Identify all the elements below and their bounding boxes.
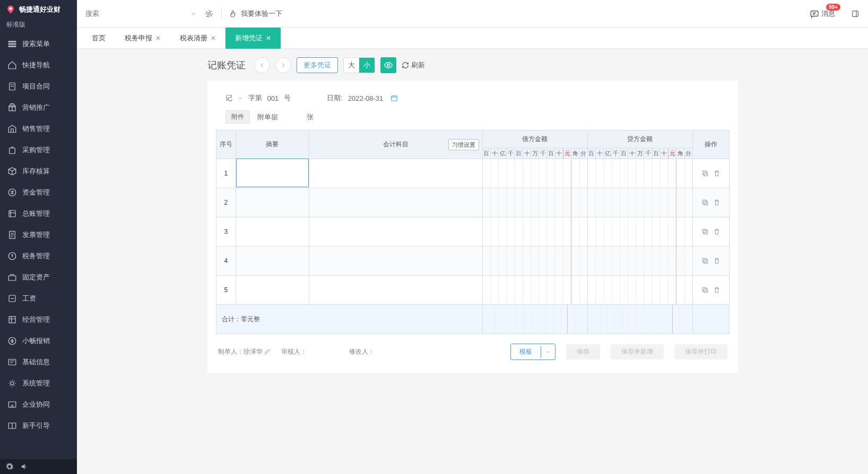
- sidebar-item-10[interactable]: 税务管理: [0, 245, 77, 267]
- copy-icon[interactable]: [701, 170, 709, 177]
- size-big-button[interactable]: 大: [344, 58, 359, 73]
- svg-rect-13: [9, 317, 15, 323]
- sidebar-item-13[interactable]: 经营管理: [0, 309, 77, 330]
- sidebar-item-2[interactable]: 项目合同: [0, 76, 77, 97]
- svg-rect-23: [392, 96, 397, 101]
- col-seq: 序号: [216, 130, 236, 159]
- close-icon[interactable]: ✕: [155, 34, 161, 42]
- col-account: 会计科目 习惯设置: [309, 130, 482, 159]
- sidebar-item-17[interactable]: 企业协同: [0, 394, 77, 415]
- sidebar-item-14[interactable]: 小畅报销: [0, 330, 77, 352]
- doc-icon: [7, 82, 17, 91]
- close-icon[interactable]: ✕: [266, 34, 271, 42]
- svg-rect-20: [811, 11, 818, 16]
- edit-icon[interactable]: [264, 348, 271, 355]
- chevron-down-icon[interactable]: [238, 95, 243, 101]
- svg-rect-33: [702, 287, 706, 291]
- next-button[interactable]: [275, 57, 291, 73]
- save-button[interactable]: 保存: [566, 344, 600, 359]
- bag-icon: [7, 145, 17, 155]
- tab-3[interactable]: 新增凭证✕: [225, 28, 281, 49]
- chevron-down-icon[interactable]: [190, 11, 197, 17]
- attachment-button[interactable]: 附件: [225, 110, 250, 124]
- sidebar-item-6[interactable]: 库存核算: [0, 161, 77, 182]
- voucher-type[interactable]: 记: [225, 93, 232, 103]
- voucher-table: 序号 摘要 会计科目 习惯设置 借方金额 贷方金额 操作 百十亿千百十万千百十元…: [216, 130, 730, 334]
- size-small-button[interactable]: 小: [359, 58, 375, 73]
- habit-settings-button[interactable]: 习惯设置: [448, 139, 479, 150]
- gear-icon[interactable]: [5, 462, 14, 471]
- save-new-button[interactable]: 保存并新增: [611, 344, 664, 359]
- svg-rect-30: [704, 260, 707, 264]
- copy-icon[interactable]: [701, 199, 709, 206]
- nav-list: 搜索菜单快捷导航项目合同营销推广销售管理采购管理库存核算资金管理总账管理发票管理…: [0, 33, 77, 459]
- template-button[interactable]: 模板: [510, 344, 555, 360]
- logo: 畅捷通好业财: [0, 0, 77, 19]
- svg-rect-26: [704, 201, 707, 205]
- sidebar-item-0[interactable]: 搜索菜单: [0, 33, 77, 55]
- svg-rect-29: [702, 229, 706, 233]
- voucher-footer: 制单人：徐泽华 审核人： 修改人： 模板 保存 保存并新增 保存并打印: [216, 334, 730, 360]
- svg-rect-2: [8, 43, 16, 45]
- voucher-toolbar: 记账凭证 更多凭证 大 小 刷新: [207, 54, 738, 81]
- prev-button[interactable]: [254, 57, 270, 73]
- tab-0[interactable]: 首页: [82, 28, 115, 49]
- home-icon: [7, 60, 17, 70]
- sound-icon[interactable]: [20, 462, 29, 471]
- sidebar-item-12[interactable]: 工资: [0, 288, 77, 309]
- sidebar-item-5[interactable]: 采购管理: [0, 139, 77, 161]
- close-icon[interactable]: ✕: [211, 34, 216, 42]
- gear-icon[interactable]: [204, 9, 214, 19]
- svg-rect-27: [702, 200, 706, 204]
- search-box: [85, 7, 197, 20]
- sidebar-item-11[interactable]: 固定资产: [0, 267, 77, 288]
- svg-rect-21: [853, 11, 858, 16]
- sidebar-footer: [0, 459, 77, 474]
- sidebar-item-8[interactable]: 总账管理: [0, 203, 77, 224]
- voucher-number[interactable]: 001: [267, 94, 279, 102]
- try-link[interactable]: 我要体验一下: [229, 9, 282, 19]
- attachment-row: 附件 附单据 张: [216, 108, 730, 130]
- more-vouchers-button[interactable]: 更多凭证: [297, 57, 338, 73]
- svg-point-14: [8, 337, 16, 345]
- trash-icon[interactable]: [713, 170, 721, 177]
- copy-icon[interactable]: [701, 228, 709, 235]
- gift-icon: [7, 103, 17, 112]
- trash-icon[interactable]: [713, 228, 721, 235]
- sidebar-item-9[interactable]: 发票管理: [0, 224, 77, 245]
- edition-label: 标准版: [0, 19, 77, 33]
- messages-button[interactable]: 消息 99+: [810, 9, 835, 19]
- col-credit: 贷方金额: [587, 130, 692, 148]
- copy-icon[interactable]: [701, 257, 709, 265]
- voucher-date[interactable]: 2022-08-31: [348, 94, 384, 102]
- sidebar-item-16[interactable]: 系统管理: [0, 373, 77, 394]
- panel-icon[interactable]: [851, 10, 860, 18]
- chevron-down-icon[interactable]: [541, 346, 555, 358]
- sidebar-item-7[interactable]: 资金管理: [0, 182, 77, 203]
- tab-1[interactable]: 税务申报✕: [115, 28, 170, 49]
- svg-rect-3: [8, 46, 16, 47]
- refresh-button[interactable]: 刷新: [402, 60, 425, 70]
- search-input[interactable]: [85, 10, 187, 17]
- sidebar-item-1[interactable]: 快捷导航: [0, 55, 77, 76]
- sidebar-item-3[interactable]: 营销推广: [0, 97, 77, 118]
- trash-icon[interactable]: [713, 257, 721, 265]
- svg-point-0: [10, 7, 12, 10]
- trash-icon[interactable]: [713, 286, 721, 294]
- invoice-icon: [7, 230, 17, 240]
- svg-rect-24: [704, 172, 707, 176]
- calendar-icon[interactable]: [390, 94, 398, 102]
- sidebar-item-18[interactable]: 新手引导: [0, 415, 77, 436]
- sidebar-item-15[interactable]: 基础信息: [0, 352, 77, 373]
- sidebar-item-4[interactable]: 销售管理: [0, 118, 77, 139]
- summary-input[interactable]: [236, 159, 309, 187]
- save-print-button[interactable]: 保存并打印: [674, 344, 727, 359]
- preview-button[interactable]: [380, 57, 396, 73]
- tab-2[interactable]: 税表清册✕: [170, 28, 225, 49]
- svg-rect-6: [10, 148, 15, 154]
- total-row: 合计：零元整: [216, 305, 729, 334]
- info-icon: [7, 357, 17, 367]
- trash-icon[interactable]: [713, 199, 721, 206]
- size-toggle: 大 小: [343, 57, 375, 73]
- copy-icon[interactable]: [701, 286, 709, 294]
